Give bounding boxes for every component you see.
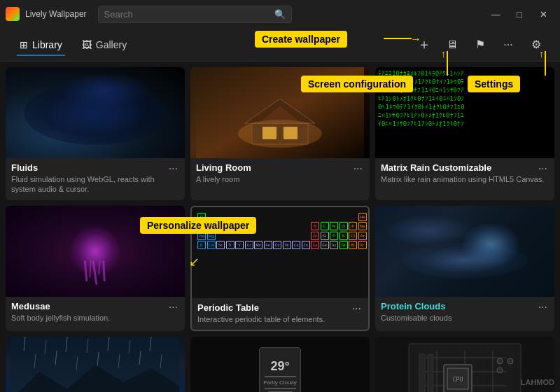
gallery-label: Gallery — [96, 39, 127, 50]
card-menu-matrix[interactable]: ··· — [534, 161, 552, 176]
card-title-matrix: Matrix Rain Customizable — [381, 162, 549, 173]
matrix-text: ﾃｱﾕｺ10ﾅｶﾖﾒﾙﾌ01ｷﾗ0ｱｸﾋ1ﾊｼｱ 01ｶｾ1ﾏｵ0ﾖｷﾒ1ｱｸﾋ… — [375, 67, 554, 158]
window-controls: — □ ✕ — [484, 4, 554, 24]
svg-point-37 — [497, 358, 503, 364]
main-content: Fluids Fluid simulation using WebGL, rea… — [0, 62, 560, 392]
card-thumb-living-room — [190, 67, 370, 158]
wallpaper-card-medusae[interactable]: Medusae Soft body jellyfish simulation. … — [6, 206, 185, 331]
svg-text:CPU: CPU — [453, 377, 463, 383]
card-menu-fluids[interactable]: ··· — [164, 161, 182, 176]
app-title: Lively Wallpaper — [25, 9, 87, 19]
title-bar: Lively Wallpaper 🔍 — □ ✕ — [0, 0, 560, 28]
wallpaper-card-rain[interactable]: Rain Rainy window with customisation ··· — [6, 337, 185, 392]
card-desc-periodic: Interactive periodic table of elements. — [197, 314, 363, 324]
wallpaper-card-ripples[interactable]: 29° Partly Cloudy Ripples — [190, 337, 370, 392]
search-icon: 🔍 — [274, 9, 286, 20]
minimize-button[interactable]: — — [484, 4, 507, 24]
ripple-device: 29° Partly Cloudy — [259, 347, 301, 392]
card-desc-protein: Customisable clouds — [381, 313, 549, 323]
more-options-button[interactable]: ··· — [496, 32, 521, 57]
svg-rect-36 — [428, 354, 433, 392]
close-button[interactable]: ✕ — [532, 4, 554, 24]
card-title-living-room: Living Room — [196, 162, 364, 173]
card-info-protein: Protein Clouds Customisable clouds ··· — [375, 297, 554, 328]
library-label: Library — [32, 39, 62, 50]
svg-point-38 — [507, 358, 513, 364]
library-icon: ⊞ — [20, 39, 28, 50]
wallpaper-card-periodic[interactable]: H He Li Be B C N O F Ne Na Mg — [190, 206, 370, 331]
card-info-medusae: Medusae Soft body jellyfish simulation. … — [6, 297, 185, 328]
card-desc-matrix: Matrix like rain animation using HTML5 C… — [381, 174, 549, 184]
card-thumb-medusae — [6, 206, 185, 297]
wallpaper-card-fluids[interactable]: Fluids Fluid simulation using WebGL, rea… — [6, 67, 185, 200]
card-title-periodic: Periodic Table — [197, 302, 363, 313]
tab-gallery[interactable]: 🖼 Gallery — [74, 35, 135, 55]
tab-library[interactable]: ⊞ Library — [11, 35, 71, 55]
card-title-medusae: Medusae — [11, 301, 179, 312]
card-desc-fluids: Fluid simulation using WebGL, reacts wit… — [11, 174, 179, 195]
toolbar: ⊞ Library 🖼 Gallery ＋ 🖥 ⚑ ··· ⚙ — [0, 28, 560, 62]
card-desc-medusae: Soft body jellyfish simulation. — [11, 313, 179, 323]
gallery-icon: 🖼 — [82, 39, 92, 50]
card-info-fluids: Fluids Fluid simulation using WebGL, rea… — [6, 158, 185, 200]
card-thumb-matrix: ﾃｱﾕｺ10ﾅｶﾖﾒﾙﾌ01ｷﾗ0ｱｸﾋ1ﾊｼｱ 01ｶｾ1ﾏｵ0ﾖｷﾒ1ｱｸﾋ… — [375, 67, 554, 158]
app-icon — [6, 7, 20, 21]
card-info-matrix: Matrix Rain Customizable Matrix like rai… — [375, 158, 554, 190]
svg-point-6 — [238, 120, 322, 148]
wallpaper-grid: Fluids Fluid simulation using WebGL, rea… — [6, 67, 554, 392]
svg-rect-35 — [419, 354, 425, 392]
add-wallpaper-button[interactable]: ＋ — [412, 32, 437, 57]
settings-button[interactable]: ⚙ — [524, 32, 549, 57]
card-thumb-rain — [6, 337, 185, 392]
search-box[interactable]: 🔍 — [98, 6, 292, 23]
card-menu-protein[interactable]: ··· — [534, 300, 552, 315]
card-thumb-periodic: H He Li Be B C N O F Ne Na Mg — [192, 207, 368, 298]
maximize-button[interactable]: □ — [508, 4, 531, 24]
svg-point-39 — [497, 368, 503, 373]
wallpaper-card-protein[interactable]: Protein Clouds Customisable clouds ··· — [375, 206, 554, 331]
card-thumb-protein — [375, 206, 554, 297]
wallpaper-card-matrix[interactable]: ﾃｱﾕｺ10ﾅｶﾖﾒﾙﾌ01ｷﾗ0ｱｸﾋ1ﾊｼｱ 01ｶｾ1ﾏｵ0ﾖｷﾒ1ｱｸﾋ… — [375, 67, 554, 200]
screen-config-button[interactable]: 🖥 — [440, 32, 465, 57]
card-thumb-ripples: 29° Partly Cloudy — [190, 337, 370, 392]
search-input[interactable] — [104, 9, 272, 20]
wallpaper-card-living-room[interactable]: Living Room A lively room ··· — [190, 67, 370, 200]
card-title-fluids: Fluids — [11, 162, 179, 173]
card-desc-living-room: A lively room — [196, 174, 364, 184]
card-title-protein: Protein Clouds — [381, 301, 549, 312]
flag-button[interactable]: ⚑ — [468, 32, 493, 57]
card-thumb-fluids — [6, 67, 185, 158]
card-menu-living-room[interactable]: ··· — [349, 161, 367, 176]
card-info-periodic: Periodic Table Interactive periodic tabl… — [192, 298, 368, 330]
card-info-living-room: Living Room A lively room ··· — [190, 158, 370, 190]
living-room-svg — [190, 67, 370, 158]
rain-svg — [6, 337, 185, 392]
watermark: LAHMOD — [521, 378, 554, 386]
card-menu-medusae[interactable]: ··· — [164, 300, 182, 315]
card-menu-periodic[interactable]: ··· — [348, 301, 365, 316]
